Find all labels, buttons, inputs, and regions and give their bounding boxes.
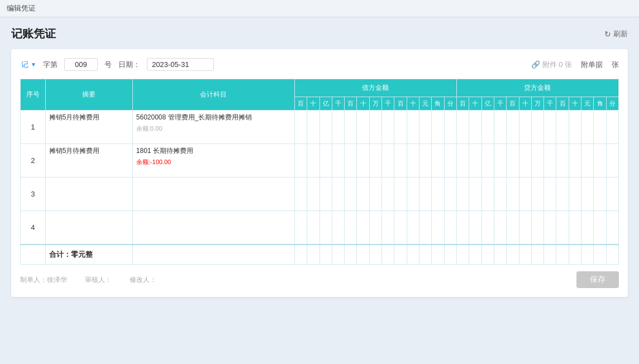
credit-amount-cell[interactable] [556,144,569,178]
debit-amount-cell[interactable] [382,178,394,211]
debit-amount-cell[interactable] [332,178,344,211]
debit-amount-cell[interactable] [382,144,394,178]
debit-amount-cell[interactable] [407,178,419,211]
credit-amount-cell[interactable] [481,111,494,144]
credit-amount-cell[interactable] [581,144,594,178]
debit-amount-cell[interactable] [419,111,432,144]
debit-amount-cell[interactable] [369,211,382,245]
debit-amount-cell[interactable] [382,211,394,245]
credit-amount-cell[interactable] [569,111,581,144]
debit-amount-cell[interactable] [307,144,320,178]
credit-amount-cell[interactable] [494,144,506,178]
credit-amount-cell[interactable] [519,111,531,144]
debit-amount-cell[interactable] [394,211,407,245]
debit-amount-cell[interactable] [369,144,382,178]
refresh-button[interactable]: ↻ 刷新 [604,29,628,39]
debit-amount-cell[interactable] [345,211,357,245]
debit-amount-cell[interactable] [419,178,432,211]
debit-amount-cell[interactable] [345,111,357,144]
credit-amount-cell[interactable] [481,178,494,211]
save-button[interactable]: 保存 [576,271,619,288]
credit-amount-cell[interactable] [569,211,581,245]
debit-amount-cell[interactable] [394,111,407,144]
credit-amount-cell[interactable] [531,144,543,178]
debit-amount-cell[interactable] [432,178,444,211]
debit-amount-cell[interactable] [369,111,382,144]
credit-amount-cell[interactable] [456,178,469,211]
credit-amount-cell[interactable] [507,211,519,245]
credit-amount-cell[interactable] [481,144,494,178]
credit-amount-cell[interactable] [519,211,531,245]
credit-amount-cell[interactable] [469,144,481,178]
credit-amount-cell[interactable] [494,211,506,245]
credit-amount-cell[interactable] [544,178,556,211]
credit-amount-cell[interactable] [581,111,594,144]
credit-amount-cell[interactable] [469,111,481,144]
credit-amount-cell[interactable] [469,211,481,245]
credit-amount-cell[interactable] [494,178,506,211]
debit-amount-cell[interactable] [345,178,357,211]
debit-amount-cell[interactable] [307,211,320,245]
debit-amount-cell[interactable] [444,111,456,144]
summary-cell[interactable] [45,211,132,245]
debit-amount-cell[interactable] [294,178,307,211]
debit-amount-cell[interactable] [320,178,332,211]
date-input[interactable] [147,58,214,71]
debit-amount-cell[interactable] [357,111,369,144]
credit-amount-cell[interactable] [569,178,581,211]
credit-amount-cell[interactable] [606,178,618,211]
credit-amount-cell[interactable] [544,144,556,178]
credit-amount-cell[interactable] [606,211,618,245]
debit-amount-cell[interactable] [382,111,394,144]
credit-amount-cell[interactable] [606,111,618,144]
debit-amount-cell[interactable] [432,111,444,144]
subject-cell[interactable] [132,211,294,245]
debit-amount-cell[interactable] [294,111,307,144]
debit-amount-cell[interactable] [444,144,456,178]
voucher-type-button[interactable]: 记 [20,60,30,70]
debit-amount-cell[interactable] [332,211,344,245]
credit-amount-cell[interactable] [594,211,606,245]
credit-amount-cell[interactable] [507,178,519,211]
debit-amount-cell[interactable] [432,144,444,178]
credit-amount-cell[interactable] [531,111,543,144]
credit-amount-cell[interactable] [594,144,606,178]
debit-amount-cell[interactable] [307,178,320,211]
credit-amount-cell[interactable] [469,178,481,211]
debit-amount-cell[interactable] [307,111,320,144]
subject-cell[interactable]: 1801 长期待摊费用余额:-100.00 [132,144,294,178]
summary-cell[interactable]: 摊销5月待摊费用 [45,111,132,144]
voucher-number-input[interactable] [64,58,98,71]
credit-amount-cell[interactable] [494,111,506,144]
debit-amount-cell[interactable] [407,211,419,245]
credit-amount-cell[interactable] [581,211,594,245]
credit-amount-cell[interactable] [531,178,543,211]
credit-amount-cell[interactable] [481,211,494,245]
credit-amount-cell[interactable] [581,178,594,211]
debit-amount-cell[interactable] [432,211,444,245]
debit-amount-cell[interactable] [444,178,456,211]
debit-amount-cell[interactable] [419,144,432,178]
attachment-link[interactable]: 🔗 附件 0 张 [531,60,572,70]
debit-amount-cell[interactable] [320,211,332,245]
debit-amount-cell[interactable] [357,211,369,245]
summary-cell[interactable]: 摊销5月待摊费用 [45,144,132,178]
debit-amount-cell[interactable] [320,111,332,144]
debit-amount-cell[interactable] [407,144,419,178]
credit-amount-cell[interactable] [456,211,469,245]
credit-amount-cell[interactable] [556,178,569,211]
credit-amount-cell[interactable] [594,178,606,211]
credit-amount-cell[interactable] [569,144,581,178]
debit-amount-cell[interactable] [332,144,344,178]
credit-amount-cell[interactable] [519,144,531,178]
credit-amount-cell[interactable] [456,111,469,144]
subject-cell[interactable] [132,178,294,211]
credit-amount-cell[interactable] [531,211,543,245]
debit-amount-cell[interactable] [357,178,369,211]
debit-amount-cell[interactable] [320,144,332,178]
debit-amount-cell[interactable] [419,211,432,245]
debit-amount-cell[interactable] [369,178,382,211]
debit-amount-cell[interactable] [407,111,419,144]
debit-amount-cell[interactable] [332,111,344,144]
credit-amount-cell[interactable] [544,211,556,245]
